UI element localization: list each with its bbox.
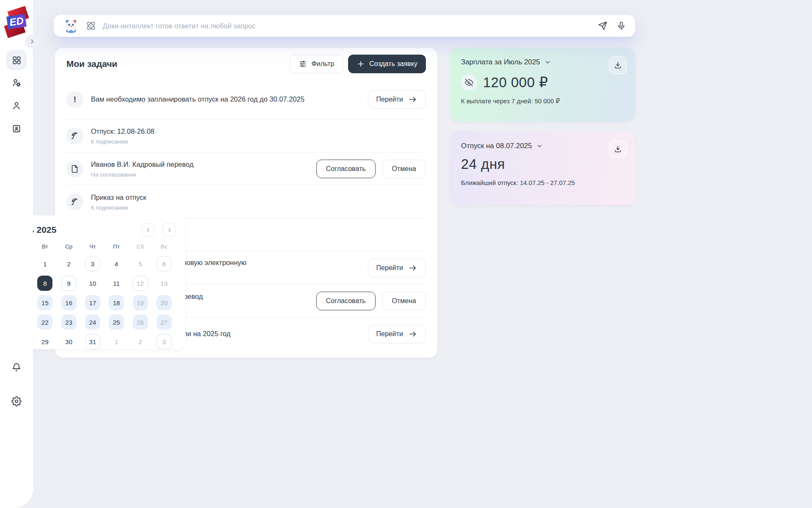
notifications-button[interactable] <box>6 357 27 378</box>
cancel-button[interactable]: Отмена <box>382 292 426 310</box>
calendar-day[interactable]: 13 <box>156 276 172 291</box>
vacation-date-selector[interactable]: Отпуск на 08.07.2025 <box>461 142 624 150</box>
calendar-day[interactable]: 10 <box>85 276 100 291</box>
plus-icon <box>357 60 365 68</box>
mic-icon[interactable] <box>617 21 626 30</box>
approve-button[interactable]: Согласовать <box>316 160 376 178</box>
calendar-day[interactable]: 1 <box>37 256 52 271</box>
go-button[interactable]: Перейти <box>368 325 426 343</box>
calendar-next-button[interactable] <box>162 223 176 237</box>
calendar-day[interactable]: 6 <box>156 256 172 271</box>
vacation-download-button[interactable] <box>609 140 627 158</box>
mascot-puppy <box>63 18 79 34</box>
go-label: Перейти <box>376 330 403 338</box>
tasks-title: Мои задачи <box>66 59 118 69</box>
arrow-right-icon <box>408 95 417 104</box>
user-icon <box>11 101 22 111</box>
task-row: Отпуск: 12.08-26.08К подписанию <box>66 119 426 152</box>
arrow-right-icon <box>408 263 417 273</box>
calendar-day[interactable]: 1 <box>109 334 124 349</box>
atom-icon <box>85 20 97 32</box>
task-status: К подписанию <box>91 138 417 145</box>
approve-button[interactable]: Согласовать <box>316 292 376 310</box>
calendar-grid: ПнВтСрЧтПтСбВс30123456789101112131415161… <box>9 243 176 349</box>
filter-button[interactable]: Фильтр <box>290 55 343 73</box>
app-logo: ED <box>5 6 29 38</box>
send-icon[interactable] <box>598 21 607 30</box>
settings-button[interactable] <box>6 391 27 411</box>
eye-off-icon <box>465 78 473 87</box>
calendar-weekday: Чт <box>89 243 96 252</box>
chevron-right-icon <box>29 39 35 44</box>
sidebar-collapse-button[interactable] <box>25 34 39 49</box>
calendar-day[interactable]: 2 <box>133 334 148 349</box>
calendar-day[interactable]: 26 <box>133 315 148 330</box>
alert-icon: ! <box>66 91 83 108</box>
calendar-day[interactable]: 27 <box>156 315 172 330</box>
calendar-day[interactable]: 29 <box>37 334 52 349</box>
task-title: Вам необходимо запланировать отпуск на 2… <box>91 94 359 105</box>
calendar-weekday: Сб <box>137 243 144 252</box>
vacation-note: Ближайший отпуск: 14.07.25 - 27.07.25 <box>461 179 624 186</box>
salary-title: Зарплата за Июль 2025 <box>461 58 540 66</box>
go-label: Перейти <box>376 264 403 272</box>
bell-icon <box>11 362 22 373</box>
salary-download-button[interactable] <box>609 56 627 74</box>
gear-icon <box>11 396 22 406</box>
go-button[interactable]: Перейти <box>368 259 426 277</box>
sidebar-item-team-settings[interactable] <box>6 73 27 93</box>
task-row: Иванов В.И. Кадровый переводНа согласова… <box>66 152 426 185</box>
cancel-button[interactable]: Отмена <box>382 160 426 178</box>
salary-period-selector[interactable]: Зарплата за Июль 2025 <box>461 58 624 66</box>
calendar-day[interactable]: 5 <box>133 256 148 271</box>
calendar-day[interactable]: 8 <box>37 276 52 291</box>
vacation-days: 24 дня <box>461 156 505 172</box>
calendar-day[interactable]: 9 <box>61 276 77 291</box>
calendar-prev-button[interactable] <box>141 223 155 237</box>
arrow-right-icon <box>408 329 417 339</box>
calendar-day[interactable]: 12 <box>133 276 148 291</box>
sidebar-item-profile[interactable] <box>6 96 27 116</box>
salary-card: Зарплата за Июль 2025 120 000 ₽ К выплат… <box>450 48 635 121</box>
calendar-day[interactable]: 17 <box>85 295 100 310</box>
go-button[interactable]: Перейти <box>368 90 426 109</box>
task-title: Иванов В.И. Кадровый перевод <box>91 160 308 170</box>
calendar-day[interactable]: 31 <box>85 334 100 349</box>
sidebar-item-dashboard[interactable] <box>6 50 27 70</box>
umbrella-icon <box>66 127 83 144</box>
assistant-placeholder: Доки-интеллект готов ответит на любой за… <box>103 22 598 30</box>
user-gear-icon <box>11 78 22 88</box>
id-card-icon <box>11 124 22 134</box>
filter-label: Фильтр <box>311 60 334 68</box>
hide-amount-button[interactable] <box>461 75 477 91</box>
calendar-day[interactable]: 16 <box>61 295 77 310</box>
calendar-day[interactable]: 25 <box>109 315 124 330</box>
calendar-day[interactable]: 3 <box>85 256 100 271</box>
document-icon <box>66 160 83 177</box>
calendar-day[interactable]: 19 <box>133 295 148 310</box>
salary-amount: 120 000 ₽ <box>483 74 548 91</box>
task-title: Отпуск: 12.08-26.08 <box>91 127 417 137</box>
calendar-day[interactable]: 18 <box>109 295 124 310</box>
logo-text: ED <box>9 15 25 28</box>
calendar-day[interactable]: 24 <box>85 315 100 330</box>
chevron-down-icon <box>536 143 543 149</box>
calendar-day[interactable]: 20 <box>156 295 172 310</box>
calendar-day[interactable]: 30 <box>61 334 77 349</box>
salary-note: К выплате через 7 дней: 50 000 ₽ <box>461 97 624 105</box>
calendar-day[interactable]: 15 <box>37 295 52 310</box>
calendar-day[interactable]: 22 <box>37 315 52 330</box>
calendar-day[interactable]: 4 <box>109 256 124 271</box>
create-request-button[interactable]: Создать заявку <box>348 55 426 73</box>
task-row: !Вам необходимо запланировать отпуск на … <box>66 80 426 119</box>
vacation-card: Отпуск на 08.07.2025 24 дня Ближайший от… <box>450 132 635 205</box>
sidebar-item-badge[interactable] <box>6 119 27 139</box>
calendar-day[interactable]: 2 <box>61 256 77 271</box>
calendar-day[interactable]: 23 <box>61 315 77 330</box>
calendar-day[interactable]: 11 <box>109 276 124 291</box>
calendar-weekday: Ср <box>65 243 72 252</box>
task-status: К подписанию <box>91 204 417 211</box>
go-label: Перейти <box>376 96 403 103</box>
calendar-day[interactable]: 3 <box>156 334 172 349</box>
assistant-search-bar[interactable]: Доки-интеллект готов ответит на любой за… <box>54 15 635 37</box>
